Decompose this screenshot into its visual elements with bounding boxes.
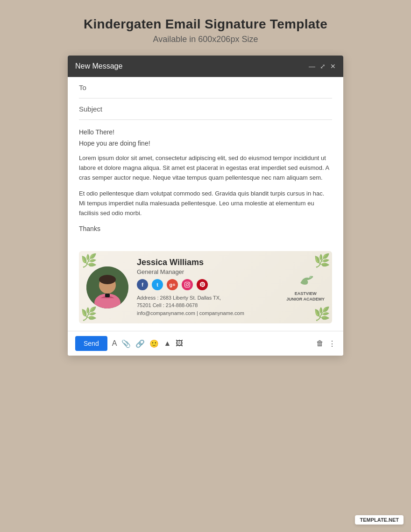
drive-icon[interactable]: ▲	[163, 339, 171, 348]
instagram-icon[interactable]	[182, 279, 193, 290]
page-subtitle: Available in 600x206px Size	[84, 35, 327, 44]
link-icon[interactable]: 🔗	[135, 339, 145, 348]
attach-file-icon[interactable]: 📎	[121, 339, 131, 348]
googleplus-icon[interactable]: g+	[167, 279, 178, 290]
bird-icon	[286, 273, 325, 289]
signature-info: Jessica Williams General Manager f t g+	[137, 258, 282, 317]
send-button[interactable]: Send	[75, 336, 107, 351]
template-badge: TEMPLATE.NET	[355, 515, 404, 525]
signature-logo-area: EASTVIEWJUNIOR ACADEMY	[286, 273, 325, 302]
subject-label: Subject	[79, 105, 102, 113]
format-text-icon[interactable]: A	[112, 339, 117, 348]
delete-icon[interactable]: 🗑	[316, 339, 324, 348]
address-line1: Address : 2683 Liberty St. Dallas TX,	[137, 295, 221, 301]
decor-top-left-icon: 🌿	[81, 253, 97, 268]
close-icon[interactable]: ✕	[330, 63, 336, 70]
signature-photo	[86, 266, 128, 308]
twitter-icon[interactable]: t	[152, 279, 163, 290]
email-paragraph1: Lorem ipsum dolor sit amet, consectetur …	[79, 154, 332, 182]
svg-point-5	[310, 276, 312, 278]
svg-rect-4	[105, 294, 110, 297]
minimize-icon[interactable]: —	[309, 63, 315, 70]
email-body: To Subject Hello There! Hope you are doi…	[68, 77, 343, 323]
address-line2: 75201 Cell : 214-888-0678	[137, 302, 198, 308]
email-titlebar-title: New Message	[75, 62, 122, 70]
signature-job-title: General Manager	[137, 268, 282, 275]
email-subgreeting: Hope you are doing fine!	[79, 140, 332, 147]
toolbar-right: 🗑 ⋮	[316, 339, 336, 348]
signature-address: Address : 2683 Liberty St. Dallas TX, 75…	[137, 294, 282, 317]
pinterest-icon[interactable]	[197, 279, 208, 290]
subject-field[interactable]: Subject	[79, 98, 332, 120]
maximize-icon[interactable]: ⤢	[320, 63, 326, 70]
signature-name: Jessica Williams	[137, 258, 282, 267]
sig-logo-label: EASTVIEWJUNIOR ACADEMY	[286, 291, 325, 302]
email-window: New Message — ⤢ ✕ To Subject Hello There…	[68, 56, 343, 356]
emoji-icon[interactable]: 🙂	[149, 339, 159, 348]
decor-bottom-right-icon: 🌿	[314, 306, 330, 322]
email-paragraph2: Et odio pellentesque diam volutpat commo…	[79, 189, 332, 218]
decor-top-right-icon: 🌿	[314, 253, 330, 268]
email-greeting: Hello There!	[79, 128, 332, 136]
decor-bottom-left-icon: 🌿	[81, 306, 97, 322]
to-field[interactable]: To	[79, 77, 332, 98]
signature-banner: 🌿 🌿 🌿 🌿	[79, 251, 332, 324]
email-toolbar: Send A 📎 🔗 🙂 ▲ 🖼 🗑 ⋮	[68, 331, 343, 356]
toolbar-left: Send A 📎 🔗 🙂 ▲ 🖼	[75, 336, 183, 351]
image-icon[interactable]: 🖼	[176, 339, 183, 348]
page-title: Kindergaten Email Signature Template	[84, 17, 327, 32]
more-options-icon[interactable]: ⋮	[328, 339, 336, 348]
page-header: Kindergaten Email Signature Template Ava…	[74, 0, 337, 56]
facebook-icon[interactable]: f	[137, 279, 148, 290]
svg-point-3	[99, 275, 116, 284]
email-titlebar: New Message — ⤢ ✕	[68, 56, 343, 77]
titlebar-controls: — ⤢ ✕	[309, 63, 336, 70]
address-line3: info@companyname.com | companyname.com	[137, 310, 244, 316]
email-thanks: Thanks	[79, 225, 332, 232]
email-content-area: Hello There! Hope you are doing fine! Lo…	[79, 120, 332, 246]
to-label: To	[79, 84, 86, 91]
signature-social: f t g+	[137, 279, 282, 290]
